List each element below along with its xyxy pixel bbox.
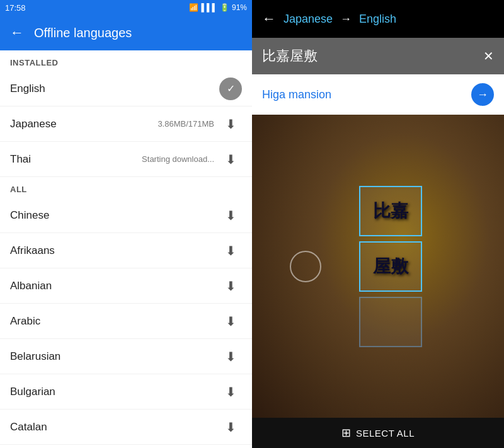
- progress-info-thai: Starting download... ⬇: [142, 148, 242, 171]
- language-name-catalan: Catalan: [10, 421, 47, 434]
- left-panel: 17:58 📶 ▌▌▌ 🔋 91% ← Offline languages IN…: [0, 0, 252, 448]
- select-all-button[interactable]: SELECT ALL: [356, 428, 415, 439]
- japanese-input-text: 比嘉屋敷: [262, 47, 318, 66]
- result-arrow-icon: →: [477, 88, 488, 101]
- battery-percent: 91%: [232, 3, 247, 12]
- language-item-thai[interactable]: Thai Starting download... ⬇: [0, 142, 252, 177]
- right-panel: ← Japanese → English 比嘉屋敷 ✕ Higa mansion…: [252, 0, 504, 448]
- time-display: 17:58: [5, 3, 26, 13]
- language-item-english[interactable]: English ✓: [0, 71, 252, 106]
- installed-checkmark-english: ✓: [219, 78, 242, 100]
- kanji-bounding-boxes: 比嘉 屋敷: [359, 186, 422, 347]
- language-item-belarusian[interactable]: Belarusian ⬇: [0, 339, 252, 374]
- translation-result-row: Higa mansion →: [252, 74, 504, 115]
- language-item-japanese[interactable]: Japanese 3.86MB/171MB ⬇: [0, 106, 252, 142]
- right-back-button[interactable]: ←: [262, 11, 276, 27]
- signal-icon: ▌▌▌: [201, 3, 217, 12]
- download-icon-chinese[interactable]: ⬇: [219, 204, 242, 227]
- status-bar: 17:58 📶 ▌▌▌ 🔋 91%: [0, 0, 252, 15]
- download-icon-japanese[interactable]: ⬇: [219, 113, 242, 135]
- download-icon-afrikaans[interactable]: ⬇: [219, 239, 242, 262]
- kanji-detection-overlay: 比嘉 屋敷: [252, 115, 504, 418]
- progress-text-japanese: 3.86MB/171MB: [158, 119, 214, 129]
- language-name-english: English: [10, 83, 45, 95]
- wifi-icon: 📶: [189, 3, 198, 12]
- page-title: Offline languages: [34, 26, 132, 40]
- language-name-chinese: Chinese: [10, 209, 49, 222]
- download-icon-albanian[interactable]: ⬇: [219, 275, 242, 297]
- language-item-afrikaans[interactable]: Afrikaans ⬇: [0, 233, 252, 268]
- bottom-action-bar: ⊞ SELECT ALL: [252, 418, 504, 448]
- language-item-chinese[interactable]: Chinese ⬇: [0, 198, 252, 233]
- translated-text-display: Higa mansion: [262, 88, 331, 101]
- language-name-japanese: Japanese: [10, 118, 57, 130]
- language-name-albanian: Albanian: [10, 280, 52, 292]
- close-input-button[interactable]: ✕: [483, 49, 494, 64]
- installed-section-header: INSTALLED: [0, 50, 252, 71]
- source-language-label[interactable]: Japanese: [284, 13, 333, 26]
- language-item-bulgarian[interactable]: Bulgarian ⬇: [0, 374, 252, 410]
- kanji-box-middle: 屋敷: [359, 241, 422, 292]
- language-item-albanian[interactable]: Albanian ⬇: [0, 268, 252, 304]
- select-all-icon: ⊞: [341, 426, 351, 440]
- download-icon-belarusian[interactable]: ⬇: [219, 345, 242, 368]
- all-section-header: ALL: [0, 177, 252, 198]
- download-icon-catalan[interactable]: ⬇: [219, 416, 242, 439]
- right-top-bar: ← Japanese → English: [252, 0, 504, 38]
- top-bar: ← Offline languages: [0, 15, 252, 50]
- language-name-arabic: Arabic: [10, 315, 40, 328]
- result-arrow-button[interactable]: →: [471, 83, 494, 106]
- download-icon-bulgarian[interactable]: ⬇: [219, 381, 242, 403]
- download-icon-arabic[interactable]: ⬇: [219, 310, 242, 333]
- japanese-input-box: 比嘉屋敷 ✕: [252, 38, 504, 74]
- language-name-afrikaans: Afrikaans: [10, 244, 55, 257]
- kanji-box-top: 比嘉: [359, 186, 422, 236]
- language-item-catalan[interactable]: Catalan ⬇: [0, 410, 252, 445]
- status-icons: 📶 ▌▌▌ 🔋 91%: [189, 3, 247, 12]
- language-arrow-icon: →: [340, 13, 352, 26]
- target-language-label[interactable]: English: [359, 13, 396, 26]
- back-button[interactable]: ←: [10, 25, 24, 41]
- camera-view: 比嘉 屋敷: [252, 115, 504, 418]
- download-icon-thai[interactable]: ⬇: [219, 148, 242, 171]
- progress-info-japanese: 3.86MB/171MB ⬇: [158, 113, 242, 135]
- language-name-belarusian: Belarusian: [10, 350, 60, 363]
- progress-text-thai: Starting download...: [142, 154, 214, 164]
- battery-icon: 🔋: [220, 3, 229, 12]
- kanji-box-bottom: [359, 297, 422, 347]
- language-item-arabic[interactable]: Arabic ⬇: [0, 304, 252, 339]
- language-name-thai: Thai: [10, 153, 31, 166]
- language-name-bulgarian: Bulgarian: [10, 386, 55, 398]
